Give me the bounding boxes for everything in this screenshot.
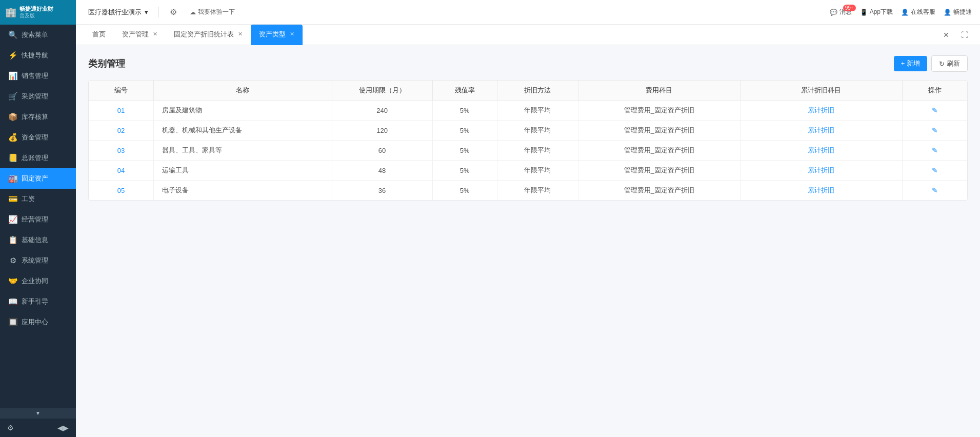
sidebar-item-label: 搜索菜单	[22, 30, 48, 39]
cell-name: 器具、工具、家具等	[153, 141, 332, 161]
sidebar-item-inventory[interactable]: 📦 库存核算	[0, 107, 76, 127]
category-table: 编号 名称 使用期限（月） 残值率 折旧方法 费用科目 累计折旧科目 操作 01…	[88, 80, 968, 201]
cell-expense: 管理费用_固定资产折旧	[578, 181, 740, 201]
payroll-icon: 💳	[8, 194, 17, 204]
basic-info-icon: 📋	[8, 235, 17, 245]
phone-icon: 📱	[860, 9, 868, 16]
cell-period: 240	[332, 101, 432, 121]
edit-button[interactable]: ✎	[932, 146, 938, 154]
sidebar-item-label: 销售管理	[22, 71, 48, 81]
tab-maximize-button[interactable]: ⛶	[957, 28, 972, 42]
refresh-button[interactable]: ↻ 刷新	[931, 55, 968, 72]
tab-asset-type-close[interactable]: ✕	[290, 31, 294, 37]
sidebar-item-system[interactable]: ⚙ 系统管理	[0, 250, 76, 271]
tabs-right-actions: ✕ ⛶	[939, 28, 972, 42]
page-title: 类别管理	[88, 57, 125, 70]
sidebar-item-sales[interactable]: 📊 销售管理	[0, 66, 76, 86]
sidebar-item-funds[interactable]: 💰 资金管理	[0, 127, 76, 148]
tab-home[interactable]: 首页	[84, 25, 114, 45]
tab-asset-management-close[interactable]: ✕	[153, 31, 157, 37]
fixed-assets-icon: 🏭	[8, 174, 17, 183]
sidebar-scroll-down[interactable]: ▼	[0, 408, 76, 418]
cell-method: 年限平均	[497, 181, 578, 201]
cell-period: 120	[332, 121, 432, 141]
sidebar-item-label: 基础信息	[22, 235, 48, 245]
sidebar-item-label: 新手引导	[22, 297, 48, 306]
sidebar-item-label: 库存核算	[22, 112, 48, 122]
cell-expense: 管理费用_固定资产折旧	[578, 121, 740, 141]
app-selector[interactable]: 医疗器械行业演示 ▾	[84, 6, 152, 19]
sidebar-item-app-center[interactable]: 🔲 应用中心	[0, 312, 76, 332]
funds-icon: 💰	[8, 133, 17, 142]
cell-accum: 累计折旧	[740, 181, 902, 201]
sidebar-item-label: 企业协同	[22, 276, 48, 286]
page-content: 类别管理 + 新增 ↻ 刷新 编号 名称 使用期限（月） 残值率 折旧方法	[76, 45, 980, 437]
search-icon: 🔍	[8, 30, 17, 39]
sidebar-item-label: 固定资产	[22, 174, 48, 183]
cell-method: 年限平均	[497, 141, 578, 161]
tab-depreciation-close[interactable]: ✕	[238, 31, 243, 37]
col-header-residual: 残值率	[432, 81, 497, 101]
cell-residual: 5%	[432, 181, 497, 201]
cell-code: 01	[89, 101, 153, 121]
tab-asset-type[interactable]: 资产类型 ✕	[251, 25, 303, 45]
col-header-code: 编号	[89, 81, 153, 101]
sidebar-item-search[interactable]: 🔍 搜索菜单	[0, 25, 76, 45]
cell-expense: 管理费用_固定资产折旧	[578, 141, 740, 161]
table-header-row: 编号 名称 使用期限（月） 残值率 折旧方法 费用科目 累计折旧科目 操作	[89, 81, 967, 101]
tab-asset-management[interactable]: 资产管理 ✕	[114, 25, 166, 45]
col-header-period: 使用期限（月）	[332, 81, 432, 101]
cell-name: 机器、机械和其他生产设备	[153, 121, 332, 141]
purchase-icon: 🛒	[8, 92, 17, 101]
inventory-icon: 📦	[8, 112, 17, 122]
sidebar-item-label: 应用中心	[22, 317, 48, 327]
new-button[interactable]: + 新增	[894, 56, 927, 71]
sidebar-item-guide[interactable]: 📖 新手引导	[0, 291, 76, 312]
app-download-label: App下载	[870, 8, 893, 16]
table-row: 05 电子设备 36 5% 年限平均 管理费用_固定资产折旧 累计折旧 ✎	[89, 181, 967, 201]
service-icon: 👤	[901, 9, 909, 16]
gear-icon: ⚙	[170, 7, 177, 17]
sidebar-item-label: 资金管理	[22, 133, 48, 142]
tab-depreciation-table[interactable]: 固定资产折旧统计表 ✕	[166, 25, 251, 45]
table-row: 03 器具、工具、家具等 60 5% 年限平均 管理费用_固定资产折旧 累计折旧…	[89, 141, 967, 161]
sidebar-item-payroll[interactable]: 💳 工资	[0, 189, 76, 209]
sidebar-item-operations[interactable]: 📈 经营管理	[0, 209, 76, 230]
refresh-icon: ↻	[939, 60, 945, 68]
cell-expense: 管理费用_固定资产折旧	[578, 161, 740, 181]
app-download-button[interactable]: 📱 App下载	[860, 8, 893, 16]
sidebar-item-label: 采购管理	[22, 92, 48, 101]
experience-button[interactable]: ☁ 我要体验一下	[190, 8, 235, 16]
edit-button[interactable]: ✎	[932, 106, 938, 114]
sidebar-item-basic-info[interactable]: 📋 基础信息	[0, 230, 76, 250]
avatar-icon: 👤	[944, 9, 951, 16]
sidebar-item-quick-nav[interactable]: ⚡ 快捷导航	[0, 45, 76, 66]
sidebar-footer: ⚙ ◀▶	[0, 418, 76, 437]
cloud-icon: ☁	[190, 9, 196, 16]
edit-button[interactable]: ✎	[932, 126, 938, 134]
cell-accum: 累计折旧	[740, 121, 902, 141]
system-icon: ⚙	[8, 256, 17, 265]
cell-code: 02	[89, 121, 153, 141]
topbar-settings-button[interactable]: ⚙	[165, 4, 182, 21]
cell-method: 年限平均	[497, 161, 578, 181]
sidebar-item-ledger[interactable]: 📒 总账管理	[0, 148, 76, 168]
edit-button[interactable]: ✎	[932, 166, 938, 174]
cell-accum: 累计折旧	[740, 161, 902, 181]
cell-code: 03	[89, 141, 153, 161]
settings-footer-icon[interactable]: ⚙	[7, 424, 14, 432]
tab-close-all-button[interactable]: ✕	[939, 28, 953, 42]
col-header-name: 名称	[153, 81, 332, 101]
user-profile-button[interactable]: 👤 畅捷通	[944, 8, 972, 16]
sidebar-item-purchase[interactable]: 🛒 采购管理	[0, 86, 76, 107]
collapse-icon[interactable]: ◀▶	[57, 424, 69, 432]
app-center-icon: 🔲	[8, 317, 17, 327]
edit-button[interactable]: ✎	[932, 186, 938, 194]
messages-button[interactable]: 💬 消息 99+	[830, 8, 852, 16]
sidebar-item-label: 快捷导航	[22, 51, 48, 60]
guide-icon: 📖	[8, 297, 17, 306]
sidebar-item-cooperation[interactable]: 🤝 企业协同	[0, 271, 76, 291]
online-service-button[interactable]: 👤 在线客服	[901, 8, 935, 16]
sidebar-item-fixed-assets[interactable]: 🏭 固定资产	[0, 168, 76, 189]
cell-name: 运输工具	[153, 161, 332, 181]
